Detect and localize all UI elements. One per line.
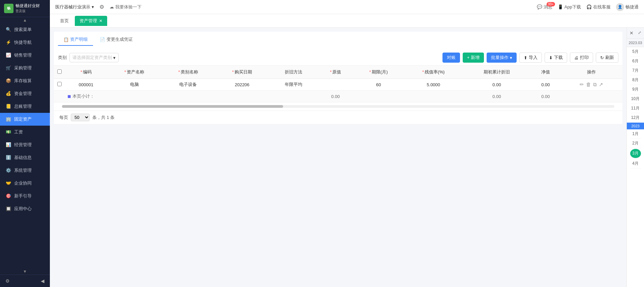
panel-expand-button[interactable]: ⤢ [637, 29, 643, 37]
company-selector[interactable]: 医疗器械行业演示 ▾ [55, 4, 94, 10]
cal-month-1月[interactable]: 1月 [630, 129, 641, 139]
experience-link[interactable]: ☁ 我要体验一下 [110, 4, 142, 10]
th-original-value: *原值 [318, 66, 353, 79]
sidebar-icon-9: 📊 [5, 142, 11, 148]
subtab-voucher[interactable]: 📄 变更生成凭证 [94, 34, 138, 46]
content-main: 📋 资产明细 📄 变更生成凭证 类别 请选择固定资产类别 ▾ [50, 28, 626, 287]
sidebar-bottom: ⚙ ◀ [0, 275, 50, 287]
sidebar-item-销售管理[interactable]: 📈 销售管理 [0, 49, 50, 62]
sidebar-header: 畅 畅捷通好业财 普及版 [0, 0, 50, 17]
sidebar-scroll-down[interactable]: ▼ [0, 268, 50, 275]
edit-icon-0[interactable]: ✏ [580, 82, 584, 88]
category-filter-select[interactable]: 请选择固定资产类别 ▾ [69, 53, 119, 62]
sidebar-icon-5: 💰 [5, 91, 11, 97]
sidebar-scroll-up[interactable]: ▲ [0, 17, 50, 23]
cal-month-10月[interactable]: 10月 [631, 94, 640, 104]
sidebar-item-库存核算[interactable]: 📦 库存核算 [0, 74, 50, 87]
sidebar-icon-10: ℹ️ [5, 155, 11, 161]
new-button[interactable]: + 新增 [463, 53, 484, 63]
sidebar-item-资金管理[interactable]: 💰 资金管理 [0, 87, 50, 100]
batch-ops-button[interactable]: 批量操作 ▾ [487, 53, 517, 63]
topbar-right: 💬 消息 99+ 📱 App下载 🎧 在线客服 👤 畅捷通 [537, 3, 639, 11]
subtab-asset-detail[interactable]: 📋 资产明细 [58, 34, 93, 46]
cell-period-0: 60 [353, 79, 404, 91]
settings-icon[interactable]: ⚙ [5, 278, 10, 284]
sidebar-icon-12: 🤝 [5, 180, 11, 186]
sidebar-item-基础信息[interactable]: ℹ️ 基础信息 [0, 151, 50, 164]
delete-icon-0[interactable]: 🗑 [586, 82, 591, 88]
copy-icon-0[interactable]: ⧉ [593, 82, 597, 88]
subtab-asset-detail-label: 资产明细 [70, 36, 88, 42]
message-icon: 💬 [537, 4, 542, 9]
sidebar-icon-7: 🏢 [5, 116, 11, 122]
messages-button[interactable]: 💬 消息 99+ [537, 4, 552, 10]
refresh-button[interactable]: ↻ 刷新 [596, 53, 618, 63]
user-profile[interactable]: 👤 畅捷通 [616, 3, 639, 11]
reconcile-button[interactable]: 对账 [442, 53, 460, 63]
cal-month-2月[interactable]: 2月 [630, 139, 641, 148]
sidebar-item-快捷导航[interactable]: ⚡ 快捷导航 [0, 36, 50, 49]
sidebar-label-2: 销售管理 [14, 52, 32, 58]
sidebar-item-总账管理[interactable]: 📒 总账管理 [0, 100, 50, 113]
sidebar-item-新手引导[interactable]: 🎯 新手引导 [0, 190, 50, 202]
horizontal-scrollbar[interactable] [54, 102, 622, 110]
download-button[interactable]: ⬇ 下载 [545, 53, 567, 63]
cal-month-7月[interactable]: 7月 [631, 66, 640, 75]
row-checkbox-0[interactable] [57, 82, 62, 86]
category-placeholder: 请选择固定资产类别 [72, 55, 112, 61]
sidebar-item-固定资产[interactable]: 🏢 固定资产 [0, 113, 50, 126]
subtotal-initial-depreciation: 0.00 [463, 91, 530, 102]
cal-month-5月[interactable]: 5月 [631, 47, 640, 57]
sidebar-item-经营管理[interactable]: 📊 经营管理 [0, 138, 50, 151]
more-icon-0[interactable]: ↗ [599, 82, 603, 88]
settings-button[interactable]: ⚙ [99, 4, 104, 10]
subtotal-original-value: 0.00 [318, 91, 353, 102]
sidebar-label-5: 资金管理 [14, 91, 32, 97]
cell-depreciation-method-0: 年限平均 [269, 79, 318, 91]
download-icon: ⬇ [549, 55, 553, 60]
sidebar-item-采购管理[interactable]: 🛒 采购管理 [0, 62, 50, 74]
category-chevron-icon: ▾ [113, 55, 116, 60]
cell-initial-depreciation-0: 0.00 [463, 79, 530, 91]
subtotal-label: ◼本页小计： [65, 91, 318, 102]
import-button[interactable]: ⬆ 导入 [519, 53, 542, 63]
chevron-down-icon: ▾ [92, 4, 94, 9]
th-residual-rate: *残值率(%) [404, 66, 463, 79]
sidebar-item-企业协同[interactable]: 🤝 企业协同 [0, 177, 50, 190]
sidebar-item-搜索菜单[interactable]: 🔍 搜索菜单 [0, 23, 50, 36]
sidebar-label-6: 总账管理 [14, 103, 32, 109]
cloud-icon: ☁ [110, 4, 114, 9]
th-checkbox [54, 66, 65, 79]
cell-actions-0: ✏ 🗑 ⧉ ↗ [561, 79, 622, 91]
per-page-select[interactable]: 50 10 20 100 [71, 114, 90, 121]
cal-month-12月[interactable]: 12月 [631, 113, 640, 123]
subtab-voucher-label: 变更生成凭证 [106, 36, 133, 42]
messages-badge: 99+ [547, 2, 555, 6]
calendar-months-current: 1月2月3月4月 [630, 129, 641, 168]
app-download-button[interactable]: 📱 App下载 [558, 4, 581, 10]
cal-month-6月[interactable]: 6月 [631, 57, 640, 66]
sidebar-icon-1: ⚡ [5, 39, 11, 45]
cal-month-9月[interactable]: 9月 [631, 85, 640, 94]
online-service-button[interactable]: 🎧 在线客服 [586, 4, 611, 10]
toolbar-actions: 对账 + 新增 批量操作 ▾ ⬆ 导入 [442, 53, 618, 63]
sidebar-item-系统管理[interactable]: ⚙️ 系统管理 [0, 164, 50, 177]
select-all-checkbox[interactable] [57, 69, 62, 74]
cal-month-4月[interactable]: 4月 [630, 159, 641, 168]
tab-home[interactable]: 首页 [55, 16, 73, 26]
content: 📋 资产明细 📄 变更生成凭证 类别 请选择固定资产类别 ▾ [50, 28, 644, 287]
app-title: 畅捷通好业财 [16, 3, 40, 9]
tab-close-icon[interactable]: ✕ [99, 19, 102, 23]
sidebar-item-应用中心[interactable]: 🔲 应用中心 [0, 202, 50, 215]
panel-close-button[interactable]: ✕ [628, 29, 635, 37]
cal-month-8月[interactable]: 8月 [631, 75, 640, 85]
print-button[interactable]: 🖨 打印 [570, 53, 593, 63]
toolbar: 类别 请选择固定资产类别 ▾ 对账 + 新增 [54, 50, 622, 65]
cal-month-11月[interactable]: 11月 [631, 104, 640, 113]
main-card: 📋 资产明细 📄 变更生成凭证 类别 请选择固定资产类别 ▾ [54, 32, 622, 124]
collapse-icon[interactable]: ◀ [41, 278, 44, 284]
tab-asset-management[interactable]: 资产管理 ✕ [75, 16, 107, 26]
cal-month-3月[interactable]: 3月 [630, 149, 641, 158]
asset-table-wrap: *编码 *资产名称 *类别名称 *购买日期 折旧方法 *原值 *期限(月) *残… [54, 65, 622, 102]
sidebar-item-工资[interactable]: 💵 工资 [0, 126, 50, 138]
